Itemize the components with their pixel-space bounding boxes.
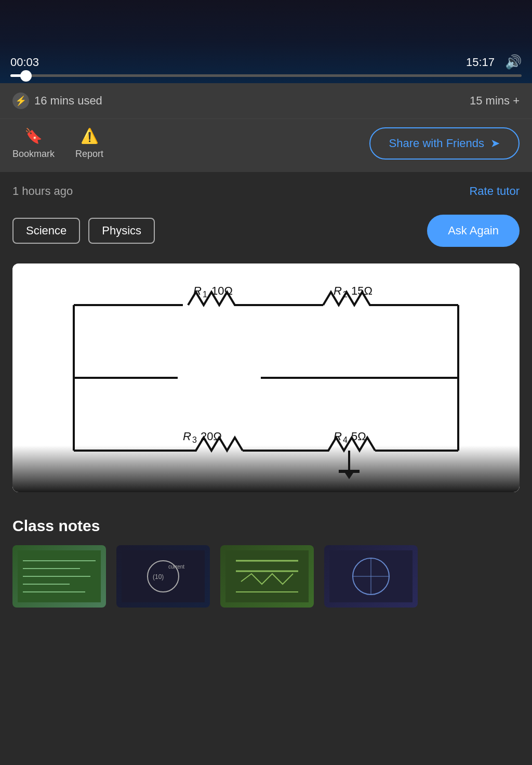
video-time-row: 00:03 15:17 🔊 [10, 54, 522, 70]
svg-text:1: 1 [203, 290, 207, 299]
usage-left: ⚡ 16 mins used [12, 93, 102, 109]
svg-text:4: 4 [343, 436, 348, 444]
video-controls: 00:03 15:17 🔊 [10, 54, 522, 77]
report-action[interactable]: ⚠️ Report [75, 127, 103, 160]
svg-text:current: current [168, 564, 184, 570]
report-icon: ⚠️ [81, 127, 99, 144]
notes-thumbnails: (10) current [12, 545, 520, 608]
note-thumbnail-4[interactable] [324, 545, 418, 608]
usage-text: 16 mins used [34, 94, 102, 108]
share-label: Share with Friends [389, 137, 484, 150]
physics-tag[interactable]: Physics [88, 218, 155, 244]
bookmark-icon: 🔖 [24, 127, 43, 144]
note-thumbnail-2[interactable]: (10) current [116, 545, 210, 608]
bookmark-action[interactable]: 🔖 Bookmark [12, 127, 55, 160]
svg-text:R: R [183, 430, 191, 443]
video-total-time: 15:17 [466, 56, 495, 69]
svg-text:(10): (10) [153, 573, 164, 581]
svg-rect-35 [225, 550, 309, 602]
share-arrow-icon: ➤ [490, 137, 500, 150]
report-label: Report [75, 149, 103, 160]
lightning-icon: ⚡ [12, 93, 29, 109]
class-notes-title: Class notes [12, 517, 520, 535]
class-notes-section: Class notes (10) current [0, 505, 532, 616]
progress-thumb[interactable] [20, 70, 32, 82]
svg-text:3: 3 [192, 436, 197, 444]
note-thumb-content-1 [12, 545, 106, 608]
video-current-time: 00:03 [10, 56, 39, 69]
svg-text:R: R [334, 284, 342, 297]
note-thumbnail-1[interactable] [12, 545, 106, 608]
rate-tutor-button[interactable]: Rate tutor [469, 184, 520, 198]
action-bar: 🔖 Bookmark ⚠️ Report Share with Friends … [0, 118, 532, 172]
progress-bar[interactable] [10, 74, 522, 77]
note-thumb-content-3 [220, 545, 314, 608]
circuit-container: R 1 10Ω R 2 15Ω R 4 5Ω R 3 20Ω [0, 259, 532, 505]
note-thumb-content-4 [324, 545, 418, 608]
ask-again-button[interactable]: Ask Again [427, 215, 520, 247]
volume-icon[interactable]: 🔊 [505, 54, 522, 70]
tags-row: Science Physics Ask Again [0, 206, 532, 259]
time-ago: 1 hours ago [12, 184, 73, 198]
video-player: 00:03 15:17 🔊 [0, 0, 532, 83]
science-tag[interactable]: Science [12, 218, 80, 244]
progress-bar-container[interactable] [10, 74, 522, 77]
meta-row: 1 hours ago Rate tutor [0, 172, 532, 206]
usage-plus[interactable]: 15 mins + [470, 94, 520, 108]
circuit-image: R 1 10Ω R 2 15Ω R 4 5Ω R 3 20Ω [12, 263, 520, 492]
share-with-friends-button[interactable]: Share with Friends ➤ [369, 127, 520, 160]
usage-bar: ⚡ 16 mins used 15 mins + [0, 83, 532, 118]
tags-left: Science Physics [12, 218, 155, 244]
note-thumb-content-2: (10) current [116, 545, 210, 608]
bookmark-label: Bookmark [12, 149, 55, 160]
note-thumbnail-3[interactable] [220, 545, 314, 608]
